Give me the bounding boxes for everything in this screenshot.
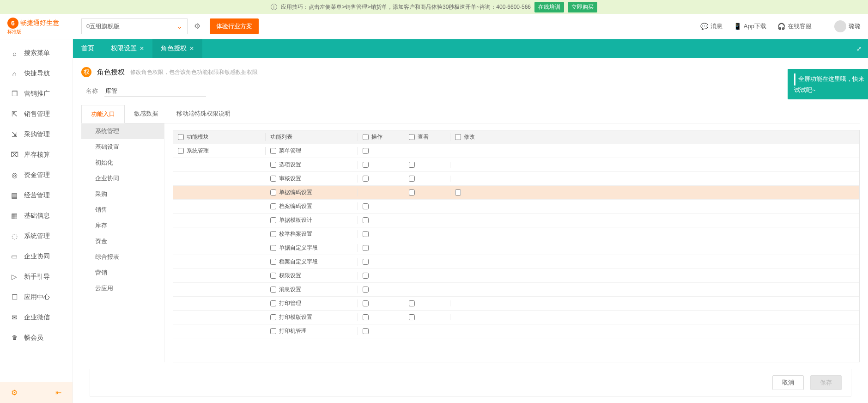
sidebar-item-4[interactable]: ⇲采购管理 [0, 124, 73, 145]
sidebar-item-8[interactable]: ▦基础信息 [0, 206, 73, 226]
avatar [834, 20, 846, 32]
row-checkbox[interactable] [270, 328, 276, 334]
category-item-7[interactable]: 资金 [81, 233, 164, 249]
expand-tabs-button[interactable]: ⤢ [850, 39, 868, 58]
row-checkbox[interactable] [270, 287, 276, 293]
sidebar-item-11[interactable]: ▷新手引导 [0, 267, 73, 287]
category-item-2[interactable]: 初始化 [81, 155, 164, 171]
table-header: 功能模块 功能列表 操作 查看 修改 [173, 130, 859, 144]
op-checkbox[interactable] [363, 314, 369, 320]
sidebar-item-14[interactable]: ♛畅会员 [0, 328, 73, 348]
online-service-link[interactable]: 🎧在线客服 [777, 22, 812, 31]
app-download-link[interactable]: 📱App下载 [734, 22, 766, 31]
page-head: 权 角色授权 修改角色权限，包含该角色功能权限和敏感数据权限 [81, 67, 860, 77]
view-checkbox[interactable] [409, 314, 415, 320]
view-checkbox[interactable] [409, 162, 415, 168]
table-row: 审核设置 [173, 172, 859, 186]
row-checkbox[interactable] [270, 189, 276, 195]
op-checkbox[interactable] [363, 176, 369, 182]
sidebar-item-label: 营销推广 [24, 90, 50, 98]
op-checkbox[interactable] [363, 148, 369, 154]
sidebar-icon: ✉ [10, 313, 18, 322]
op-checkbox[interactable] [363, 231, 369, 237]
select-all-edit[interactable] [455, 134, 461, 140]
user-menu[interactable]: 璐璐 [834, 20, 861, 32]
collapse-icon[interactable]: ⇤ [55, 388, 61, 397]
sidebar-item-6[interactable]: ◎资金管理 [0, 165, 73, 185]
sidebar-footer: ⚙ ⇤ [0, 382, 73, 403]
op-checkbox[interactable] [363, 217, 369, 223]
sidebar-item-7[interactable]: ▤经营管理 [0, 185, 73, 206]
sidebar-item-0[interactable]: ⌕搜索菜单 [0, 43, 73, 63]
category-item-4[interactable]: 采购 [81, 186, 164, 202]
inner-tab-0[interactable]: 功能入口 [81, 105, 125, 123]
close-icon[interactable]: ✕ [140, 45, 144, 52]
header-bar: 6 畅捷通好生意 标准版 0五组旗舰版 ⌄ ⚙ 体验行业方案 💬消息 📱App下… [0, 14, 868, 39]
category-item-8[interactable]: 综合报表 [81, 249, 164, 265]
sidebar-item-10[interactable]: ▭企业协同 [0, 246, 73, 267]
op-checkbox[interactable] [363, 328, 369, 334]
gear-icon[interactable]: ⚙ [194, 22, 203, 31]
role-name-input[interactable] [104, 85, 206, 97]
category-item-9[interactable]: 营销 [81, 265, 164, 281]
module-checkbox[interactable] [178, 148, 184, 154]
cancel-button[interactable]: 取消 [772, 375, 804, 390]
fullscreen-callout[interactable]: 全屏功能在这里哦，快来试试吧~ [788, 69, 868, 99]
tab-2[interactable]: 角色授权✕ [152, 39, 202, 58]
sidebar-item-12[interactable]: ☐应用中心 [0, 287, 73, 307]
sidebar-item-3[interactable]: ⇱销售管理 [0, 104, 73, 124]
close-icon[interactable]: ✕ [189, 45, 194, 52]
category-item-10[interactable]: 云应用 [81, 281, 164, 296]
sidebar-item-5[interactable]: ⌧库存核算 [0, 145, 73, 165]
settings-icon[interactable]: ⚙ [11, 388, 18, 397]
sidebar-item-1[interactable]: ⌂快捷导航 [0, 63, 73, 84]
tab-0[interactable]: 首页 [73, 39, 103, 58]
logo[interactable]: 6 畅捷通好生意 标准版 [7, 18, 72, 35]
category-item-6[interactable]: 库存 [81, 218, 164, 233]
row-checkbox[interactable] [270, 162, 276, 168]
edit-checkbox[interactable] [455, 189, 461, 195]
row-checkbox[interactable] [270, 300, 276, 306]
op-checkbox[interactable] [363, 287, 369, 293]
select-all-module[interactable] [178, 134, 184, 140]
tab-1[interactable]: 权限设置✕ [103, 39, 152, 58]
row-checkbox[interactable] [270, 217, 276, 223]
select-all-op[interactable] [363, 134, 369, 140]
buy-now-button[interactable]: 立即购买 [568, 2, 597, 12]
experience-button[interactable]: 体验行业方案 [210, 18, 259, 34]
select-all-view[interactable] [409, 134, 415, 140]
inner-tab-1[interactable]: 敏感数据 [125, 105, 167, 123]
op-checkbox[interactable] [363, 162, 369, 168]
view-checkbox[interactable] [409, 176, 415, 182]
messages-link[interactable]: 💬消息 [700, 22, 722, 31]
category-item-5[interactable]: 销售 [81, 202, 164, 218]
category-item-1[interactable]: 基础设置 [81, 139, 164, 155]
page-title: 角色授权 [97, 68, 125, 77]
op-checkbox[interactable] [363, 245, 369, 251]
category-item-3[interactable]: 企业协同 [81, 171, 164, 186]
chevron-down-icon: ⌄ [177, 23, 182, 30]
training-button[interactable]: 在线培训 [534, 2, 564, 12]
row-checkbox[interactable] [270, 314, 276, 320]
row-checkbox[interactable] [270, 176, 276, 182]
row-checkbox[interactable] [270, 259, 276, 265]
tenant-select[interactable]: 0五组旗舰版 ⌄ [81, 18, 188, 34]
sidebar-item-label: 企业微信 [24, 313, 50, 322]
sidebar-item-label: 企业协同 [24, 252, 50, 261]
row-checkbox[interactable] [270, 273, 276, 279]
sidebar-item-9[interactable]: ◌系统管理 [0, 226, 73, 246]
op-checkbox[interactable] [363, 259, 369, 265]
category-item-0[interactable]: 系统管理 [81, 123, 164, 139]
row-checkbox[interactable] [270, 203, 276, 209]
op-checkbox[interactable] [363, 273, 369, 279]
inner-tab-2[interactable]: 移动端特殊权限说明 [167, 105, 240, 123]
op-checkbox[interactable] [363, 203, 369, 209]
sidebar-item-2[interactable]: ❐营销推广 [0, 84, 73, 104]
row-checkbox[interactable] [270, 231, 276, 237]
view-checkbox[interactable] [409, 300, 415, 306]
sidebar-item-13[interactable]: ✉企业微信 [0, 307, 73, 328]
view-checkbox[interactable] [409, 189, 415, 195]
op-checkbox[interactable] [363, 300, 369, 306]
row-checkbox[interactable] [270, 148, 276, 154]
row-checkbox[interactable] [270, 245, 276, 251]
